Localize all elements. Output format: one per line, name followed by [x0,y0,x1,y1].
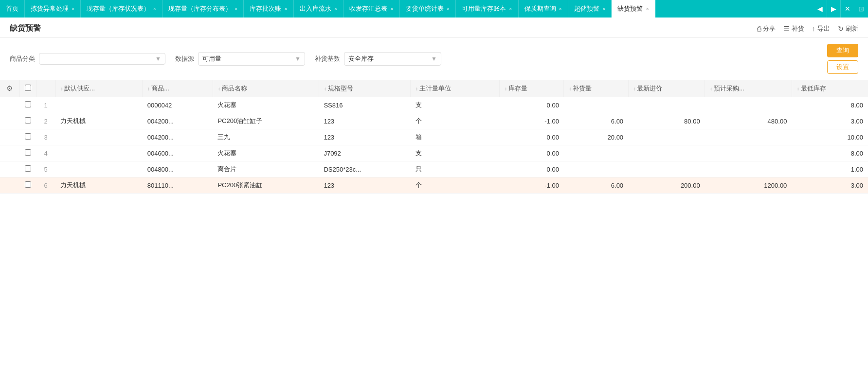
col-product-code[interactable]: 商品... [143,80,213,97]
tab-close-inventory-dist[interactable]: × [235,6,237,12]
row-gear [0,97,19,113]
row-unit: 支 [411,97,500,113]
refresh-action[interactable]: ↻ 刷新 [838,24,858,33]
row-product-code: 004800... [143,161,213,177]
replenish-action[interactable]: ☰ 补货 [783,24,804,33]
category-arrow-icon: ▼ [155,55,161,62]
row-stock-qty: 0.00 [500,145,564,161]
row-gear [0,113,19,129]
row-min-stock: 1.00 [792,161,868,177]
row-checkbox-cell [19,129,36,145]
tab-close-receive-summary[interactable]: × [390,6,393,12]
col-unit[interactable]: 主计量单位 [411,80,500,97]
table-header-row: ⚙ 默认供应... 商品... 商品名称 规格型号 主计量单位 库存量 补货量 … [0,80,868,97]
data-table: ⚙ 默认供应... 商品... 商品名称 规格型号 主计量单位 库存量 补货量 … [0,80,868,194]
row-supplier [55,161,143,177]
tab-expiry-query[interactable]: 保质期查询 × [519,0,568,18]
table-row: 6力天机械801110...PC200张紧油缸123个-1.006.00200.… [0,177,868,194]
tab-close-order-stat[interactable]: × [447,6,450,12]
query-button[interactable]: 查询 [827,44,858,57]
col-replenish-qty[interactable]: 补货量 [564,80,628,97]
share-action[interactable]: ⎙ 分享 [757,24,776,33]
table-row: 10000042火花塞SS816支0.008.00 [0,97,868,113]
row-checkbox[interactable] [25,117,31,123]
row-checkbox-cell [19,113,36,129]
category-select[interactable]: ▼ [39,53,165,65]
col-default-supplier[interactable]: 默认供应... [55,80,143,97]
tab-inventory-dist[interactable]: 现存量（库存分布表） × [163,0,244,18]
gear-icon[interactable]: ⚙ [6,84,13,92]
tab-close-available-ledger[interactable]: × [509,6,512,12]
row-product-name: 三九 [213,129,319,145]
tab-prev-btn[interactable]: ◀ [814,0,827,18]
tab-expand-btn[interactable]: ⊡ [854,0,868,18]
col-min-stock[interactable]: 最低库存 [792,80,868,97]
row-checkbox-cell [19,161,36,177]
settings-button[interactable]: 设置 [827,60,858,74]
row-number: 3 [36,129,55,145]
row-min-stock: 3.00 [792,177,868,194]
tab-label-inventory-status: 现存量（库存状况表） [87,4,150,13]
row-product-code: 004200... [143,129,213,145]
datasource-arrow-icon: ▼ [295,55,301,62]
tab-close-expiry-query[interactable]: × [559,6,562,12]
col-stock-qty[interactable]: 库存量 [500,80,564,97]
tab-label-order-stat: 要货单统计表 [406,4,444,13]
tab-overstock[interactable]: 超储预警 × [568,0,612,18]
tab-shortage[interactable]: 缺货预警 × [612,0,655,18]
tab-close-batch-account[interactable]: × [284,6,287,12]
tab-close-inventory-status[interactable]: × [153,6,156,12]
col-latest-price[interactable]: 最新进价 [628,80,705,97]
tab-order-stat[interactable]: 要货单统计表 × [400,0,456,18]
select-all-checkbox[interactable] [25,85,31,91]
datasource-select[interactable]: 可用量 ▼ [198,52,305,66]
datasource-label: 数据源 [175,54,194,63]
row-checkbox[interactable] [25,101,31,107]
col-product-name[interactable]: 商品名称 [213,80,319,97]
row-spec: DS250*23c... [319,161,410,177]
tab-home[interactable]: 首页 [0,0,25,18]
row-checkbox[interactable] [25,181,31,188]
tab-receive-summary[interactable]: 收发存汇总表 × [344,0,399,18]
tab-close-abnormal[interactable]: × [72,6,74,12]
row-gear [0,177,19,194]
tab-available-ledger[interactable]: 可用量库存账本 × [456,0,518,18]
tab-close-inout-flow[interactable]: × [334,6,337,12]
export-icon: ↑ [812,25,815,33]
replenish-base-filter-group: 补货基数 安全库存 ▼ [315,52,441,66]
category-filter-group: 商品分类 ▼ [10,53,165,65]
row-supplier [55,145,143,161]
replenish-base-select[interactable]: 安全库存 ▼ [344,52,441,66]
row-supplier [55,129,143,145]
row-supplier [55,97,143,113]
row-number: 2 [36,113,55,129]
row-stock-qty: -1.00 [500,177,564,194]
row-unit: 个 [411,113,500,129]
tab-close-btn[interactable]: ✕ [841,0,854,18]
row-checkbox[interactable] [25,133,31,140]
row-stock-qty: -1.00 [500,113,564,129]
tab-batch-account[interactable]: 库存批次账 × [244,0,293,18]
tab-inventory-status[interactable]: 现存量（库存状况表） × [81,0,162,18]
share-label: 分享 [763,24,776,33]
table-row: 3004200...三九123箱0.0020.0010.00 [0,129,868,145]
col-gear[interactable]: ⚙ [0,80,19,97]
tab-next-btn[interactable]: ▶ [827,0,841,18]
tab-inout-flow[interactable]: 出入库流水 × [294,0,344,18]
tab-close-overstock[interactable]: × [602,6,605,12]
table-row: 5004800...离合片DS250*23c...只0.001.00 [0,161,868,177]
row-product-name: 火花塞 [213,97,319,113]
row-product-name: PC200油缸缸子 [213,113,319,129]
row-checkbox[interactable] [25,149,31,156]
col-spec[interactable]: 规格型号 [319,80,410,97]
tab-close-shortage[interactable]: × [646,6,649,12]
tab-label-home: 首页 [6,4,18,13]
row-checkbox[interactable] [25,165,31,172]
tab-abnormal[interactable]: 拣货异常处理 × [25,0,81,18]
row-product-code: 004600... [143,145,213,161]
row-latest-price [628,129,705,145]
export-action[interactable]: ↑ 导出 [812,24,830,33]
col-estimated-purchase[interactable]: 预计采购... [705,80,792,97]
col-row-num [36,80,55,97]
tab-label-overstock: 超储预警 [574,4,599,13]
